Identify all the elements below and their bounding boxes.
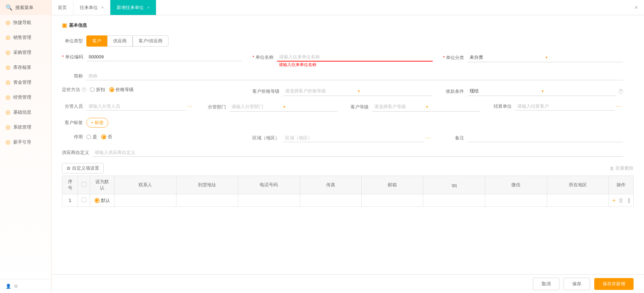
disabled-no[interactable]: 否 xyxy=(101,134,112,140)
supplier-custom-input[interactable] xyxy=(93,148,623,157)
type-btn-customer[interactable]: 客户 xyxy=(86,35,107,47)
settlement-unit-more-btn[interactable]: ··· xyxy=(615,103,623,109)
cell-contact[interactable] xyxy=(115,194,176,207)
cell-qq[interactable] xyxy=(423,194,485,207)
region-input[interactable] xyxy=(283,134,424,142)
customer-level-group: 客户等级 请选择客户等级 ▾ xyxy=(348,102,491,112)
address-input[interactable] xyxy=(180,196,234,204)
tab-new-partner-close[interactable]: × xyxy=(147,5,150,10)
customer-level-label: 客户等级 xyxy=(348,104,372,110)
manager-input[interactable] xyxy=(86,102,186,111)
sidebar-item-system[interactable]: ◎ 系统管理 xyxy=(0,120,51,135)
save-new-button[interactable]: 保存并新增 xyxy=(594,278,634,290)
sidebar-item-finance[interactable]: ◎ 资金管理 xyxy=(0,75,51,90)
newguide-icon: ◎ xyxy=(6,139,10,145)
unit-code-group: 单位编码 xyxy=(62,53,252,61)
search-icon: 🔍 xyxy=(6,4,13,11)
cell-fax[interactable] xyxy=(300,194,361,207)
fax-input[interactable] xyxy=(304,196,358,204)
sidebar-item-newguide[interactable]: ◎ 新手引导 xyxy=(0,135,51,149)
payment-terms-help-icon[interactable]: ? xyxy=(618,89,623,94)
cancel-button[interactable]: 取消 xyxy=(533,278,559,290)
form-row-shortname: 简称 xyxy=(62,72,634,80)
cell-phone[interactable] xyxy=(238,194,300,207)
type-btn-supplier[interactable]: 供应商 xyxy=(107,35,133,47)
content-area: ▣ 基本信息 单位类型 客户 供应商 客户/供应商 单位编码 单位名称 xyxy=(52,15,644,274)
cell-wechat[interactable] xyxy=(485,194,547,207)
form-row-code-name-cat: 单位编码 单位名称 请输入往来单位名称 单位分类 未分类 ▾ xyxy=(62,53,634,62)
remark-input[interactable] xyxy=(468,134,623,142)
department-select[interactable]: 请输入分管部门 ▾ xyxy=(229,102,338,112)
sidebar-item-operation[interactable]: ◎ 经营管理 xyxy=(0,90,51,105)
cell-email[interactable] xyxy=(362,194,423,207)
delete-row-button[interactable]: 🗑 xyxy=(618,197,624,204)
sidebar-item-search[interactable]: 🔍 搜索菜单 xyxy=(0,0,51,15)
sidebar-item-quicknav[interactable]: ◎ 快捷导航 xyxy=(0,15,51,30)
sidebar-bottom: 👤 ⚙ xyxy=(0,279,51,293)
save-button[interactable]: 保存 xyxy=(564,278,590,290)
pricing-label: 定价方法 ? xyxy=(62,87,90,93)
customer-price-level-label: 客户价格等级 xyxy=(252,88,283,95)
contact-input[interactable] xyxy=(118,196,172,204)
tab-partners[interactable]: 往来单位 × xyxy=(73,0,110,15)
add-tag-button[interactable]: + 标签 xyxy=(86,118,108,128)
short-name-group: 简称 xyxy=(62,72,634,80)
wechat-input[interactable] xyxy=(489,196,543,204)
short-name-input[interactable] xyxy=(86,72,623,80)
region-label: 区域（地区） xyxy=(252,135,283,141)
header-checkbox[interactable] xyxy=(81,182,86,187)
email-input[interactable] xyxy=(365,196,419,204)
tab-new-partner[interactable]: 新增往来单位 × xyxy=(110,0,156,15)
region-more-btn[interactable]: ··· xyxy=(424,135,432,141)
chevron-down-icon: ▾ xyxy=(545,55,621,60)
sidebar-item-basic[interactable]: ◎ 基础信息 xyxy=(0,105,51,120)
sidebar: 🔍 搜索菜单 ◎ 快捷导航 ◎ 销售管理 ◎ 采购管理 ◎ 库存核算 ◎ 资金管… xyxy=(0,0,52,293)
form-row-manager: 分管人员 ··· 分管部门 请输入分管部门 ▾ 客户等级 请选择客户等级 ▾ 结… xyxy=(62,102,634,112)
supplier-custom-group: 供应商自定义 xyxy=(62,148,634,157)
payment-terms-group: 收款条件 现结 ▾ ? xyxy=(443,87,634,96)
disabled-yes[interactable]: 是 xyxy=(86,134,97,140)
pricing-radio-discount[interactable]: 折扣 xyxy=(90,87,105,93)
unit-name-input[interactable] xyxy=(277,53,433,62)
settlement-unit-input[interactable] xyxy=(515,102,615,111)
row-region-input[interactable] xyxy=(551,196,605,204)
row-checkbox[interactable] xyxy=(81,197,86,202)
sidebar-item-sales[interactable]: ◎ 销售管理 xyxy=(0,30,51,45)
phone-input[interactable] xyxy=(242,196,296,204)
col-address: 到货地址 xyxy=(176,176,238,194)
window-close-button[interactable]: × xyxy=(629,0,644,15)
disabled-group: 停用 是 否 xyxy=(62,134,252,140)
row-scrollbar: ▐ xyxy=(627,198,630,203)
basic-icon: ◎ xyxy=(6,109,10,115)
radio-yes-circle xyxy=(86,135,91,139)
type-btn-both[interactable]: 客户/供应商 xyxy=(133,35,168,47)
unit-category-select[interactable]: 未分类 ▾ xyxy=(468,53,623,62)
tab-home-label: 首页 xyxy=(58,5,67,11)
gear-icon: ⚙ xyxy=(66,166,71,171)
custom-settings-button[interactable]: ⚙ 自定义项设置 xyxy=(62,163,104,173)
pricing-help-icon[interactable]: ? xyxy=(81,87,86,92)
payment-terms-select[interactable]: 现结 ▾ xyxy=(468,87,616,96)
cell-address[interactable] xyxy=(176,194,238,207)
customer-price-level-select[interactable]: 请选择客户价格等级 ▾ xyxy=(283,87,432,96)
unit-code-input[interactable] xyxy=(87,53,242,61)
settlement-unit-group: 结算单位 ··· xyxy=(491,102,634,111)
col-seq: 序号 xyxy=(62,176,78,194)
qq-input[interactable] xyxy=(427,196,481,204)
cell-check xyxy=(78,194,90,207)
settings-icon[interactable]: ⚙ xyxy=(14,284,18,289)
batch-delete-button[interactable]: 🗑 批量删除 xyxy=(610,165,634,171)
tab-home[interactable]: 首页 xyxy=(52,0,73,15)
tab-partners-close[interactable]: × xyxy=(101,5,104,10)
col-contact: 联系人 xyxy=(115,176,176,194)
cell-region[interactable] xyxy=(547,194,608,207)
manager-more-btn[interactable]: ··· xyxy=(186,103,194,109)
customer-level-select[interactable]: 请选择客户等级 ▾ xyxy=(372,102,480,112)
sidebar-item-purchase[interactable]: ◎ 采购管理 xyxy=(0,45,51,60)
default-radio[interactable]: 默认 xyxy=(94,197,111,204)
settlement-unit-label: 结算单位 xyxy=(491,103,515,109)
pricing-radio-level[interactable]: 价格等级 xyxy=(109,87,134,93)
sidebar-item-inventory[interactable]: ◎ 库存核算 xyxy=(0,60,51,75)
form-row-disabled: 停用 是 否 区域（地区） ··· 备注 xyxy=(62,134,634,142)
add-row-button[interactable]: + xyxy=(612,197,615,204)
